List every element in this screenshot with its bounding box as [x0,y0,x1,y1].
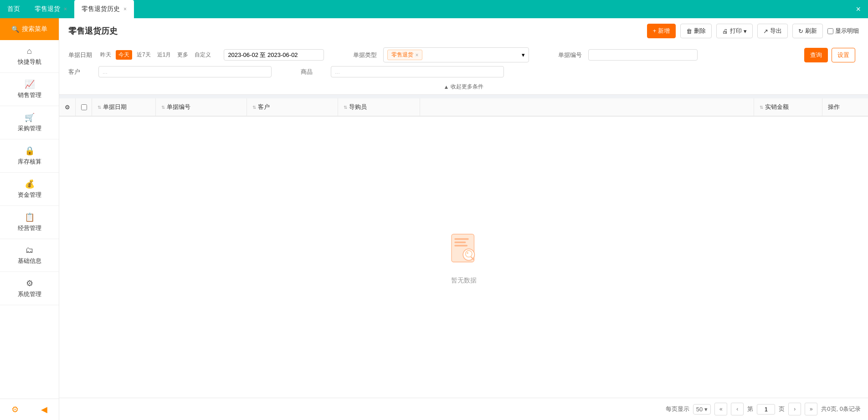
type-select[interactable]: 零售退货 × ▾ [383,47,529,62]
window-close-button[interactable]: × [856,5,868,14]
print-label: 打印 [730,27,742,35]
date-option-yesterday[interactable]: 昨天 [98,50,113,60]
top-bar: 首页 零售退货 × 零售退货历史 × × [0,0,868,18]
close-tab-retail-return-history[interactable]: × [123,6,127,12]
type-tag-label: 零售退货 [391,51,413,59]
print-dropdown-icon: ▾ [744,28,747,35]
sidebar-item-quick-nav[interactable]: ⌂ 快捷导航 [0,40,59,73]
refresh-button[interactable]: ↻ 刷新 [792,24,823,38]
settings-bottom-icon[interactable]: ⚙ [11,405,19,415]
export-button[interactable]: ↗ 导出 [757,24,788,38]
page-header: 零售退货历史 + 新增 🗑 删除 🖨 打印 ▾ ↗ 导出 [59,18,868,95]
total-label: 共0页, 0条记录 [821,405,861,413]
date-option-custom[interactable]: 自定义 [193,50,213,60]
sort-amount-icon[interactable]: ⇅ [760,105,763,110]
date-option-more[interactable]: 更多 [175,50,190,60]
type-select-dropdown-icon: ▾ [522,51,525,58]
page-label-suffix: 页 [779,405,785,413]
th-checkbox[interactable] [76,98,92,116]
tab-home[interactable]: 首页 [0,0,27,18]
next-page-button[interactable]: › [788,403,801,415]
first-page-button[interactable]: « [714,403,727,415]
filter-row-1: 单据日期 昨天 今天 近7天 近1月 更多 自定义 [68,47,859,62]
sidebar-search[interactable]: 🔍 搜索菜单 [0,18,59,40]
sidebar-item-sales-mgmt[interactable]: 📈 销售管理 [0,73,59,106]
page-size-dropdown-icon: ▾ [704,406,708,413]
page-title-row: 零售退货历史 + 新增 🗑 删除 🖨 打印 ▾ ↗ 导出 [68,24,859,38]
sidebar-item-finance-label: 资金管理 [18,191,41,199]
sidebar-item-finance[interactable]: 💰 资金管理 [0,173,59,206]
sidebar-item-operations[interactable]: 📋 经营管理 [0,206,59,239]
sidebar-item-operations-label: 经营管理 [18,224,41,232]
sort-voucher-icon[interactable]: ⇅ [161,105,165,110]
select-all-checkbox[interactable] [81,104,87,110]
sidebar-item-basic-info[interactable]: 🗂 基础信息 [0,239,59,272]
delete-button[interactable]: 🗑 删除 [680,24,712,38]
filter-date-range [224,49,324,61]
filter-row-2: 客户 ... 商品 ... [68,66,859,77]
home-icon: ⌂ [27,46,32,56]
filter-customer: 客户 ... [68,66,272,77]
sidebar-search-label: 搜索菜单 [22,25,47,33]
tab-retail-return-history[interactable]: 零售退货历史 × [74,0,134,18]
th-empty [420,98,754,116]
svg-rect-1 [454,238,469,240]
lock-icon: 🔒 [25,146,35,156]
tab-retail-return[interactable]: 零售退货 × [27,0,74,18]
sidebar-item-system-mgmt-label: 系统管理 [18,290,41,298]
th-action-label: 操作 [828,103,840,111]
svg-point-7 [467,252,468,254]
date-option-today[interactable]: 今天 [116,50,132,60]
sidebar-bottom: ⚙ ◀ [0,399,59,420]
date-option-1month[interactable]: 近1月 [155,50,173,60]
svg-rect-2 [454,241,466,243]
collapse-button[interactable]: ▲ 收起更多条件 [444,83,484,91]
sort-date-icon[interactable]: ⇅ [98,105,101,110]
tab-home-label: 首页 [7,5,20,13]
last-page-button[interactable]: » [805,403,817,415]
type-tag: 零售退货 × [387,50,422,60]
goods-select[interactable]: ... [331,66,504,77]
collapse-row: ▲ 收起更多条件 [68,81,859,94]
date-label: 单据日期 [68,51,96,59]
show-detail-input[interactable] [827,28,833,34]
setting-button[interactable]: 设置 [832,48,855,62]
customer-select[interactable]: ... [98,66,272,77]
add-button[interactable]: + 新增 [647,24,676,38]
search-icon: 🔍 [11,26,19,33]
th-action: 操作 [822,98,868,116]
pagination: 每页显示 50 ▾ « ‹ 第 页 › » 共0页, 0条记录 [59,398,868,420]
sidebar-item-inventory[interactable]: 🔒 库存核算 [0,139,59,173]
close-tab-retail-return[interactable]: × [64,6,67,12]
delete-label: 删除 [694,27,706,35]
page-size-select[interactable]: 50 ▾ [693,404,711,415]
show-detail-checkbox[interactable]: 显示明细 [827,27,859,35]
prev-page-button[interactable]: ‹ [731,403,744,415]
page-actions: + 新增 🗑 删除 🖨 打印 ▾ ↗ 导出 ↻ [647,24,859,38]
sidebar-item-inventory-label: 库存核算 [18,158,41,166]
date-option-7days[interactable]: 近7天 [135,50,153,60]
sidebar-item-basic-info-label: 基础信息 [18,257,41,265]
th-settings[interactable]: ⚙ [59,98,76,116]
query-button[interactable]: 查询 [804,48,828,62]
voucher-input[interactable] [588,49,698,61]
date-range-input[interactable] [224,49,324,61]
page-number-input[interactable] [757,404,775,415]
sidebar-item-system-mgmt[interactable]: ⚙ 系统管理 [0,272,59,305]
empty-state: 暂无数据 [59,117,868,398]
print-icon: 🖨 [722,28,728,35]
sidebar-item-purchase-mgmt[interactable]: 🛒 采购管理 [0,106,59,139]
sort-customer-icon[interactable]: ⇅ [252,105,256,110]
page-size-label: 每页显示 [666,405,689,413]
content-area: 零售退货历史 + 新增 🗑 删除 🖨 打印 ▾ ↗ 导出 [59,18,868,420]
collapse-sidebar-icon[interactable]: ◀ [41,405,47,415]
table-settings-icon[interactable]: ⚙ [65,104,70,111]
th-customer: ⇅ 客户 [247,98,338,116]
filter-date: 单据日期 昨天 今天 近7天 近1月 更多 自定义 [68,50,213,60]
settings-icon: ⚙ [26,278,33,288]
finance-icon: 💰 [25,179,35,189]
sort-guide-icon[interactable]: ⇅ [344,105,347,110]
print-button[interactable]: 🖨 打印 ▾ [716,24,753,38]
page-label-prefix: 第 [747,405,753,413]
type-tag-remove[interactable]: × [415,52,418,58]
